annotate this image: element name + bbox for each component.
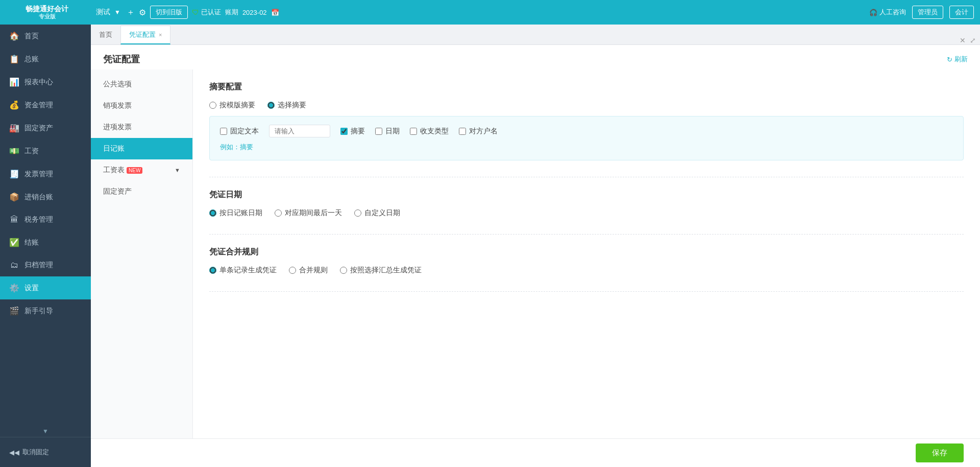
sidebar-item-工资[interactable]: 💵工资 (0, 139, 91, 162)
merge-single-radio[interactable] (209, 267, 216, 274)
left-menu-label-2: 进项发票 (103, 123, 132, 132)
sidebar-bottom: ◀◀ 取消固定 (0, 437, 91, 467)
sidebar-label-11: 设置 (24, 284, 39, 293)
summary-radio-select[interactable]: 选择摘要 (267, 101, 306, 110)
fixed-text-input[interactable] (269, 125, 330, 137)
sidebar-item-进销台账[interactable]: 📦进销台账 (0, 185, 91, 208)
left-menu-label-1: 销项发票 (103, 101, 132, 110)
close-tab-button[interactable]: ✕ (960, 36, 966, 44)
admin-button[interactable]: 管理员 (912, 6, 943, 19)
summary-template-label: 按模版摘要 (219, 101, 255, 110)
sidebar-item-税务管理[interactable]: 🏛税务管理 (0, 208, 91, 231)
refresh-label: 刷新 (954, 55, 968, 64)
left-menu-label-5: 固定资产 (103, 187, 132, 196)
left-menu-item-公共选项[interactable]: 公共选项 (91, 74, 192, 95)
date-custom-radio[interactable] (354, 209, 361, 217)
sidebar-label-10: 归档管理 (24, 261, 53, 270)
tab-voucher-config[interactable]: 凭证配置 × (120, 26, 170, 44)
date-period-radio[interactable] (275, 209, 282, 217)
new-badge-4: NEW (127, 167, 142, 174)
fixed-text-checkbox[interactable] (220, 128, 227, 135)
tab-close-button[interactable]: × (159, 32, 162, 38)
counterparty-checkbox[interactable] (459, 128, 466, 135)
merge-single-label: 单条记录生成凭证 (219, 266, 277, 275)
sidebar-item-固定资产[interactable]: 🏭固定资产 (0, 116, 91, 139)
date-checkbox[interactable] (375, 128, 382, 135)
date-label: 日期 (385, 127, 400, 136)
scroll-down-arrow[interactable]: ▼ (42, 428, 48, 435)
summary-checkbox[interactable] (340, 128, 348, 135)
pin-label: 取消固定 (22, 448, 49, 457)
right-panel: 摘要配置 按模版摘要 选择摘要 (193, 69, 980, 438)
sidebar-label-0: 首页 (24, 32, 39, 41)
sidebar-item-资金管理[interactable]: 💰资金管理 (0, 94, 91, 116)
merge-radio-single[interactable]: 单条记录生成凭证 (209, 266, 277, 275)
calendar-icon[interactable]: 📅 (271, 9, 279, 16)
merge-merge-radio[interactable] (289, 267, 296, 274)
date-radio-period[interactable]: 对应期间最后一天 (275, 208, 342, 218)
date-radio-custom[interactable]: 自定义日期 (354, 208, 400, 218)
income-type-checkbox[interactable] (410, 128, 417, 135)
merge-radio-group: 单条记录生成凭证 合并规则 按照选择汇总生成凭证 (209, 266, 964, 275)
left-menu-label-0: 公共选项 (103, 80, 132, 89)
merge-radio-merge[interactable]: 合并规则 (289, 266, 328, 275)
counterparty-checkbox-label[interactable]: 对方户名 (459, 127, 498, 136)
logo: 畅捷通好会计 专业版 (6, 5, 88, 20)
date-radio-daily[interactable]: 按日记账日期 (209, 208, 262, 218)
save-button[interactable]: 保存 (916, 443, 964, 462)
add-icon[interactable]: ＋ (127, 7, 135, 18)
sidebar-item-结账[interactable]: ✅结账 (0, 231, 91, 254)
tab-home[interactable]: 首页 (91, 26, 120, 44)
date-period-label: 对应期间最后一天 (285, 208, 342, 218)
sidebar-item-归档管理[interactable]: 🗂归档管理 (0, 254, 91, 276)
summary-radio-template[interactable]: 按模版摘要 (209, 101, 255, 110)
topbar-right: 🎧 人工咨询 管理员 会计 (869, 6, 974, 19)
gear-icon[interactable]: ⚙ (139, 8, 146, 17)
merge-select-radio[interactable] (340, 267, 347, 274)
sidebar-icon-11: ⚙️ (9, 283, 19, 293)
refresh-button[interactable]: ↻ 刷新 (947, 55, 968, 64)
tab-active-label: 凭证配置 (129, 30, 156, 39)
page-content: 凭证配置 ↻ 刷新 公共选项销项发票进项发票日记账工资表NEW▼固定资产 摘要配… (91, 45, 980, 467)
sidebar-item-报表中心[interactable]: 📊报表中心 (0, 71, 91, 94)
bottom-bar: 保存 (91, 438, 980, 467)
sidebar-item-首页[interactable]: 🏠首页 (0, 25, 91, 48)
sidebar-icon-7: 📦 (9, 192, 19, 202)
consult-label: 人工咨询 (879, 8, 906, 17)
date-checkbox-label[interactable]: 日期 (375, 127, 400, 136)
accountant-button[interactable]: 会计 (949, 6, 974, 19)
date-radio-group: 按日记账日期 对应期间最后一天 自定义日期 (209, 208, 964, 218)
chevron-down-icon[interactable]: ▼ (114, 9, 120, 16)
logo-line1: 畅捷通好会计 (26, 5, 68, 13)
income-type-checkbox-label[interactable]: 收支类型 (410, 127, 449, 136)
switch-old-button[interactable]: 切到旧版 (150, 6, 188, 19)
left-menu-item-工资表[interactable]: 工资表NEW▼ (91, 159, 192, 181)
left-menu-item-日记账[interactable]: 日记账 (91, 138, 192, 159)
summary-template-radio[interactable] (209, 102, 216, 109)
period-value: 2023-02 (242, 9, 267, 16)
sidebar-item-新手引导[interactable]: 🎬新手引导 (0, 299, 91, 322)
fixed-text-checkbox-label[interactable]: 固定文本 (220, 127, 259, 136)
certified-badge: 🛡 已认证 (192, 8, 221, 17)
expand-tab-button[interactable]: ⤢ (970, 36, 976, 44)
sidebar-item-发票管理[interactable]: 🧾发票管理 (0, 162, 91, 185)
left-menu: 公共选项销项发票进项发票日记账工资表NEW▼固定资产 (91, 69, 193, 438)
logo-line2: 专业版 (39, 13, 56, 20)
pin-button[interactable]: ◀◀ 取消固定 (0, 442, 91, 462)
sidebar-label-12: 新手引导 (24, 307, 53, 316)
consult-button[interactable]: 🎧 人工咨询 (869, 8, 906, 17)
summary-config-box: 固定文本 摘要 日期 (209, 116, 964, 160)
pin-icon: ◀◀ (9, 449, 19, 456)
summary-select-radio[interactable] (267, 102, 275, 109)
sidebar-item-设置[interactable]: ⚙️设置 (0, 276, 91, 299)
sidebar-item-总账[interactable]: 📋总账 (0, 48, 91, 71)
sidebar-icon-6: 🧾 (9, 169, 19, 179)
summary-checkbox-label[interactable]: 摘要 (340, 127, 365, 136)
merge-radio-select[interactable]: 按照选择汇总生成凭证 (340, 266, 422, 275)
divider-3 (209, 291, 964, 292)
left-menu-item-固定资产[interactable]: 固定资产 (91, 181, 192, 202)
date-daily-radio[interactable] (209, 209, 216, 217)
date-custom-label: 自定义日期 (364, 208, 400, 218)
left-menu-item-进项发票[interactable]: 进项发票 (91, 116, 192, 138)
left-menu-item-销项发票[interactable]: 销项发票 (91, 95, 192, 116)
